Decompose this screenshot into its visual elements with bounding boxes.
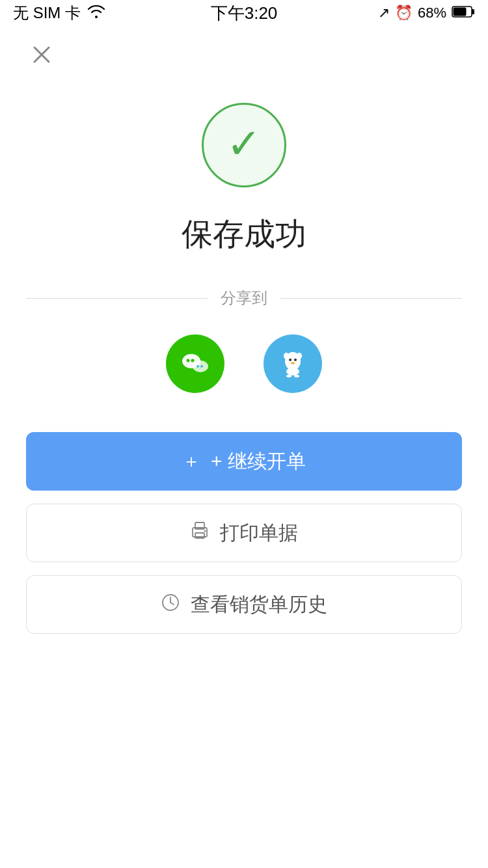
print-button[interactable]: 打印单据 [26,504,462,562]
wifi-icon [87,4,105,22]
battery-icon [452,5,475,21]
action-buttons: ＋ + 继续开单 打印单据 查看销货单历史 [0,432,488,634]
history-label: 查看销货单历史 [191,591,327,618]
svg-point-7 [187,359,190,362]
svg-point-15 [291,362,295,364]
wechat-icon [178,349,212,378]
alarm-icon: ⏰ [395,5,413,21]
history-icon [161,593,180,617]
close-btn-row [0,26,488,77]
status-time: 下午3:20 [211,2,278,25]
svg-point-13 [289,359,291,361]
share-label: 分享到 [221,288,267,308]
share-section: 分享到 [0,288,488,432]
svg-point-8 [191,359,195,362]
share-icons-row [26,334,462,432]
divider-left [26,298,208,299]
history-button[interactable]: 查看销货单历史 [26,575,462,634]
success-title: 保存成功 [0,207,488,288]
svg-point-17 [297,353,302,359]
status-left: 无 SIM 卡 [13,3,105,23]
svg-point-12 [286,368,299,375]
svg-point-18 [286,375,291,377]
status-right: ↗ ⏰ 68% [378,5,475,21]
svg-rect-2 [454,8,467,16]
share-divider-row: 分享到 [26,288,462,308]
svg-point-14 [294,359,297,361]
battery-text: 68% [418,5,446,21]
checkmark-icon: ✓ [226,123,262,165]
status-bar: 无 SIM 卡 下午3:20 ↗ ⏰ 68% [0,0,488,26]
close-button[interactable] [26,39,57,70]
success-icon-area: ✓ [0,77,488,207]
success-circle: ✓ [202,103,286,187]
qq-share-button[interactable] [264,334,322,393]
plus-icon: ＋ [182,449,200,474]
print-label: 打印单据 [220,520,298,547]
qq-icon [276,347,310,381]
svg-point-16 [284,353,289,359]
svg-point-23 [204,530,206,532]
continue-label: + 继续开单 [211,448,306,475]
svg-point-9 [197,365,199,368]
printer-icon [190,522,210,545]
svg-point-10 [200,365,203,368]
svg-point-19 [294,375,299,377]
sim-status: 无 SIM 卡 [13,3,81,23]
wechat-share-button[interactable] [166,334,224,393]
continue-button[interactable]: ＋ + 继续开单 [26,432,462,491]
svg-rect-1 [472,9,474,14]
location-icon: ↗ [378,5,390,21]
close-icon [31,44,52,65]
divider-right [280,298,462,299]
